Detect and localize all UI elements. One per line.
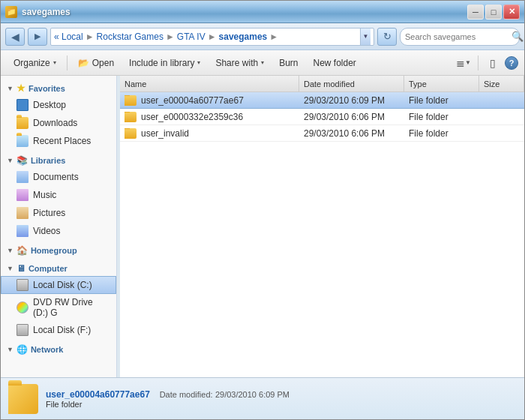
view-icon: ≣	[456, 57, 465, 69]
include-in-library-button[interactable]: Include in library ▾	[122, 53, 207, 73]
folder-icon-2	[124, 128, 136, 139]
status-folder-icon	[8, 384, 38, 414]
libraries-expand-icon: ▼	[7, 157, 14, 164]
title-bar-left: 📁 savegames	[5, 6, 70, 18]
downloads-folder-icon	[16, 117, 28, 129]
refresh-button[interactable]: ↻	[377, 28, 397, 46]
favorites-expand-icon: ▼	[7, 85, 14, 92]
documents-icon	[16, 171, 28, 183]
breadcrumb-local[interactable]: « Local	[54, 32, 83, 42]
sidebar-item-documents[interactable]: Documents	[1, 168, 116, 186]
sidebar-item-downloads[interactable]: Downloads	[1, 114, 116, 132]
sidebar-item-local-disk-f[interactable]: Local Disk (F:)	[1, 321, 116, 339]
col-header-size[interactable]: Size	[479, 76, 524, 92]
back-button[interactable]: ◀	[5, 28, 25, 46]
libraries-section: ▼ 📚 Libraries Documents Music Pictures	[1, 153, 116, 240]
title-bar: 📁 savegames ─ □ ✕	[1, 1, 524, 23]
sidebar-item-music[interactable]: Music	[1, 186, 116, 204]
network-section: ▼ 🌐 Network	[1, 342, 116, 357]
libraries-header[interactable]: ▼ 📚 Libraries	[1, 153, 116, 168]
breadcrumb-dropdown-button[interactable]: ▼	[360, 28, 370, 45]
dvd-drive-icon	[16, 302, 28, 314]
address-bar: ◀ ▶ « Local ► Rockstar Games ► GTA IV ► …	[1, 23, 524, 50]
sidebar-item-recent-places[interactable]: Recent Places	[1, 132, 116, 150]
sidebar-pictures-label: Pictures	[33, 208, 65, 218]
file-name-2: user_invalid	[141, 128, 189, 139]
computer-header[interactable]: ▼ 🖥 Computer	[1, 261, 116, 276]
share-with-button[interactable]: Share with ▾	[208, 53, 271, 73]
computer-label: Computer	[28, 264, 68, 273]
status-type-line: File folder	[46, 400, 290, 409]
file-cell-name-0: user_e00004a60777ae67	[120, 95, 299, 106]
close-button[interactable]: ✕	[503, 4, 520, 20]
recent-places-icon	[16, 135, 28, 147]
folder-icon-0	[124, 95, 136, 106]
status-date-label-text: Date modified:	[160, 390, 213, 399]
local-disk-c-icon	[16, 279, 28, 291]
toolbar-sep-1	[67, 56, 68, 70]
breadcrumb-savegames[interactable]: savegames	[219, 32, 268, 42]
breadcrumb-bar[interactable]: « Local ► Rockstar Games ► GTA IV ► save…	[50, 28, 374, 46]
sidebar-videos-label: Videos	[33, 226, 60, 236]
sidebar-item-dvd-drive[interactable]: DVD RW Drive (D:) G	[1, 294, 116, 321]
sidebar-downloads-label: Downloads	[33, 118, 77, 128]
status-name-line: user_e00004a60777ae67 Date modified: 29/…	[46, 389, 290, 400]
include-library-label: Include in library	[129, 58, 194, 68]
file-row-2[interactable]: user_invalid 29/03/2010 6:06 PM File fol…	[120, 125, 524, 142]
file-cell-date-2: 29/03/2010 6:06 PM	[299, 128, 404, 139]
main-area: ▼ ★ Favorites Desktop Downloads Recent P…	[1, 76, 524, 377]
videos-icon	[16, 225, 28, 237]
sidebar-dvd-drive-label: DVD RW Drive (D:) G	[33, 297, 110, 318]
details-view-button[interactable]: ▯	[484, 55, 502, 71]
share-with-label: Share with	[215, 58, 258, 68]
forward-button[interactable]: ▶	[28, 28, 47, 46]
libraries-icon: 📚	[16, 155, 28, 166]
col-header-name[interactable]: Name	[120, 76, 299, 92]
search-input[interactable]	[405, 32, 508, 41]
network-label: Network	[31, 345, 63, 354]
burn-button[interactable]: Burn	[272, 53, 304, 73]
help-button[interactable]: ?	[505, 56, 518, 70]
network-header[interactable]: ▼ 🌐 Network	[1, 342, 116, 357]
sidebar-item-local-disk-c[interactable]: Local Disk (C:)	[1, 276, 116, 294]
col-header-type[interactable]: Type	[404, 76, 479, 92]
breadcrumb-sep-4: ►	[269, 32, 278, 42]
favorites-label: Favorites	[28, 84, 65, 93]
sidebar-item-desktop[interactable]: Desktop	[1, 96, 116, 114]
organize-button[interactable]: Organize ▾	[7, 53, 63, 73]
sidebar-item-videos[interactable]: Videos	[1, 222, 116, 240]
breadcrumb-rockstar[interactable]: Rockstar Games	[97, 32, 164, 42]
organize-label: Organize	[14, 58, 50, 68]
share-dropdown-icon: ▾	[261, 59, 264, 66]
file-cell-date-1: 29/03/2010 6:06 PM	[299, 112, 404, 122]
maximize-button[interactable]: □	[485, 4, 502, 20]
breadcrumb-sep-3: ►	[208, 32, 217, 42]
homegroup-header[interactable]: ▼ 🏠 Homegroup	[1, 243, 116, 258]
toolbar: Organize ▾ 📂 Open Include in library ▾ S…	[1, 50, 524, 76]
sidebar: ▼ ★ Favorites Desktop Downloads Recent P…	[1, 76, 117, 377]
open-button[interactable]: 📂 Open	[71, 53, 121, 73]
minimize-button[interactable]: ─	[467, 4, 484, 20]
status-date-value: 29/03/2010 6:09 PM	[215, 390, 290, 399]
homegroup-expand-icon: ▼	[7, 247, 14, 254]
title-bar-icon: 📁	[5, 6, 17, 18]
toolbar-sep-2	[478, 56, 478, 70]
sidebar-recent-places-label: Recent Places	[33, 136, 91, 146]
file-row-0[interactable]: user_e00004a60777ae67 29/03/2010 6:09 PM…	[120, 92, 524, 109]
new-folder-button[interactable]: New folder	[307, 53, 363, 73]
status-text: user_e00004a60777ae67 Date modified: 29/…	[46, 389, 290, 409]
breadcrumb-sep-2: ►	[166, 32, 175, 42]
col-header-date-modified[interactable]: Date modified	[299, 76, 404, 92]
status-file-name: user_e00004a60777ae67	[46, 389, 150, 400]
file-cell-name-2: user_invalid	[120, 128, 299, 139]
breadcrumb-gtaiv[interactable]: GTA IV	[177, 32, 206, 42]
sidebar-item-pictures[interactable]: Pictures	[1, 204, 116, 222]
file-row-1[interactable]: user_e0000332e2359c36 29/03/2010 6:06 PM…	[120, 109, 524, 125]
search-icon[interactable]: 🔍	[512, 31, 524, 43]
file-name-1: user_e0000332e2359c36	[141, 112, 243, 122]
file-name-0: user_e00004a60777ae67	[141, 95, 244, 106]
sidebar-local-disk-f-label: Local Disk (F:)	[33, 325, 91, 335]
favorites-header[interactable]: ▼ ★ Favorites	[1, 80, 116, 96]
change-view-button[interactable]: ≣ ▼	[454, 55, 472, 71]
search-bar[interactable]: 🔍	[400, 28, 520, 46]
